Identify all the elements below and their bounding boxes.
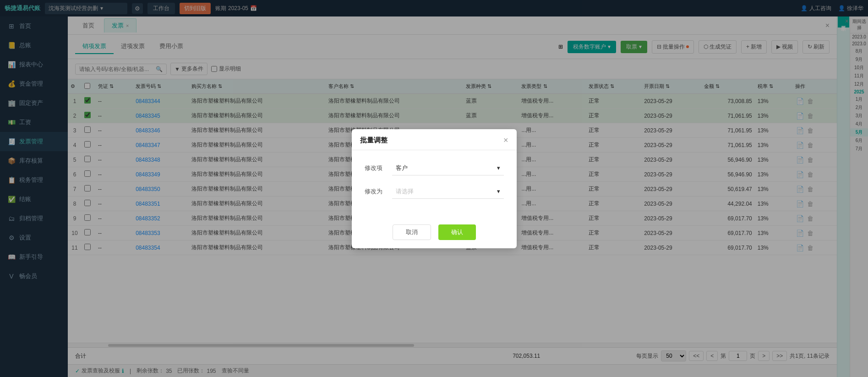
batch-adjust-modal: 批量调整 × 修改项 客户 ▾ 修改为 请选择 ▾ 取消 确认 bbox=[352, 129, 517, 248]
modify-field-value: 客户 bbox=[396, 164, 408, 172]
modify-value-select[interactable]: 请选择 ▾ bbox=[392, 185, 504, 199]
modal-overlay[interactable]: 批量调整 × 修改项 客户 ▾ 修改为 请选择 ▾ 取消 确认 bbox=[0, 0, 868, 377]
modal-title: 批量调整 bbox=[360, 136, 388, 145]
cancel-btn[interactable]: 取消 bbox=[393, 224, 431, 240]
dropdown-arrow-icon: ▾ bbox=[497, 164, 500, 171]
modify-value-row: 修改为 请选择 ▾ bbox=[365, 185, 504, 199]
modify-value-placeholder: 请选择 bbox=[396, 187, 414, 196]
modal-footer: 取消 确认 bbox=[352, 219, 517, 248]
modal-body: 修改项 客户 ▾ 修改为 请选择 ▾ bbox=[352, 150, 517, 219]
modify-field-label: 修改项 bbox=[365, 164, 392, 172]
modify-field-row: 修改项 客户 ▾ bbox=[365, 161, 504, 175]
dropdown-arrow-icon: ▾ bbox=[497, 188, 500, 195]
modify-field-select[interactable]: 客户 ▾ bbox=[392, 161, 504, 175]
confirm-btn[interactable]: 确认 bbox=[438, 224, 476, 240]
modal-close-btn[interactable]: × bbox=[503, 136, 508, 145]
modify-value-label: 修改为 bbox=[365, 187, 392, 196]
modal-header: 批量调整 × bbox=[352, 129, 517, 150]
